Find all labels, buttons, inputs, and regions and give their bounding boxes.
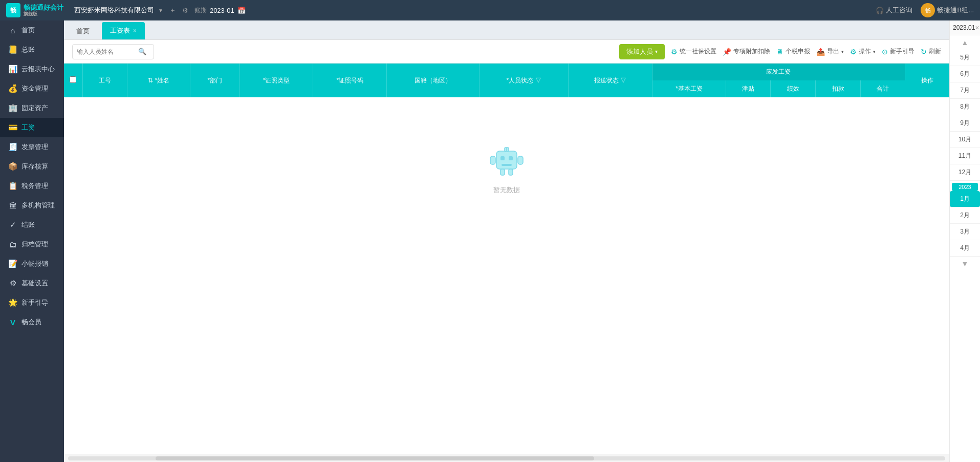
sidebar-item-guide[interactable]: 🌟 新手引导: [0, 293, 64, 312]
sidebar-item-ledger[interactable]: 📒 总账: [0, 40, 64, 59]
sidebar-item-expense[interactable]: 📝 小畅报销: [0, 254, 64, 274]
sidebar-item-archive[interactable]: 🗂 归档管理: [0, 235, 64, 254]
invoice-icon: 🧾: [8, 142, 17, 152]
sidebar-label-member: 畅会员: [21, 318, 41, 327]
sidebar-item-salary[interactable]: 💳 工资: [0, 118, 64, 137]
month-4[interactable]: 4月: [950, 240, 980, 257]
tab-salary-table[interactable]: 工资表 ×: [102, 22, 145, 39]
action-special-deduct[interactable]: 📌 专项附加扣除: [723, 47, 770, 56]
action-social-security[interactable]: ⚙ 统一社保设置: [671, 47, 716, 56]
month-5[interactable]: 5月: [950, 50, 980, 66]
action-tax-filing[interactable]: 🖥 个税申报: [776, 47, 810, 56]
month-10[interactable]: 10月: [950, 132, 980, 148]
horizontal-scrollbar[interactable]: [68, 456, 945, 460]
month-2[interactable]: 2月: [950, 207, 980, 224]
svg-rect-2: [509, 156, 513, 160]
calendar-icon[interactable]: 📅: [237, 7, 246, 14]
company-dropdown-arrow[interactable]: ▼: [158, 8, 163, 13]
search-wrapper[interactable]: 🔍: [72, 44, 154, 59]
th-id-no: *证照号码: [313, 64, 387, 97]
month-12[interactable]: 12月: [950, 164, 980, 181]
report-filter-icon[interactable]: ▽: [620, 77, 626, 84]
svg-rect-6: [490, 156, 495, 164]
month-7[interactable]: 7月: [950, 82, 980, 99]
tab-bar: 首页 工资表 ×: [64, 20, 949, 40]
month-nav-up[interactable]: ▲: [950, 35, 980, 50]
month-3[interactable]: 3月: [950, 224, 980, 240]
search-input[interactable]: [77, 48, 138, 55]
th-total: 合计: [860, 80, 905, 97]
th-deduction: 扣款: [816, 80, 861, 97]
add-person-dropdown-arrow: ▾: [655, 49, 658, 54]
sidebar-label-multi: 多机构管理: [21, 201, 55, 210]
header-actions: ＋ ⚙: [169, 6, 188, 15]
home-icon: ⌂: [8, 26, 17, 35]
th-status: *人员状态 ▽: [480, 64, 569, 97]
status-filter-icon[interactable]: ▽: [535, 77, 541, 84]
month-11[interactable]: 11月: [950, 148, 980, 164]
th-performance: 绩效: [771, 80, 816, 97]
assets-icon: 🏢: [8, 103, 17, 113]
guide-icon: 🌟: [8, 298, 17, 307]
top-header: 畅 畅德通好会计 旗舰版 西安虾米网络科技有限公司 ▼ ＋ ⚙ 账期 2023-…: [0, 0, 980, 20]
right-panel-close-btn[interactable]: ×: [975, 24, 979, 32]
month-9[interactable]: 9月: [950, 115, 980, 132]
tab-home[interactable]: 首页: [68, 23, 98, 39]
tab-close-btn[interactable]: ×: [133, 28, 137, 34]
headset-icon: 🎧: [876, 7, 884, 14]
scroll-bar-area[interactable]: [64, 454, 949, 462]
sidebar-label-archive: 归档管理: [21, 240, 48, 249]
salary-table: 工号 ⇅ *姓名 *部门 *证照类型 *证照号码 国籍（地区） *人员状态 ▽ …: [64, 64, 949, 236]
search-icon[interactable]: 🔍: [138, 48, 146, 55]
th-dept: *部门: [190, 64, 240, 97]
sidebar-label-expense: 小畅报销: [21, 259, 48, 268]
user-account[interactable]: 畅 畅捷通B组...: [921, 3, 974, 17]
new-guide-icon: ⊙: [882, 48, 888, 56]
sidebar-item-assets[interactable]: 🏢 固定资产: [0, 98, 64, 118]
sidebar-item-invoice[interactable]: 🧾 发票管理: [0, 137, 64, 157]
empty-row: 暂无数据: [64, 97, 949, 236]
select-all-checkbox[interactable]: [70, 76, 76, 83]
month-1[interactable]: 1月: [950, 191, 980, 207]
settings-icon[interactable]: ⚙: [182, 7, 188, 14]
right-panel-header: 2023.01 × ⤢: [950, 20, 980, 35]
month-6[interactable]: 6月: [950, 66, 980, 82]
table-wrapper: 工号 ⇅ *姓名 *部门 *证照类型 *证照号码 国籍（地区） *人员状态 ▽ …: [64, 64, 949, 454]
sidebar-label-invoice: 发票管理: [21, 142, 48, 152]
special-deduct-icon: 📌: [723, 48, 731, 56]
th-report-status: 报送状态 ▽: [568, 64, 652, 97]
close-period-icon: ✓: [8, 220, 17, 229]
action-export[interactable]: 📤 导出 ▾: [816, 47, 844, 56]
company-selector[interactable]: 西安虾米网络科技有限公司 ▼: [74, 6, 163, 15]
add-person-btn[interactable]: 添加人员 ▾: [619, 44, 665, 59]
sidebar-label-close: 结账: [21, 220, 35, 229]
sidebar-item-close[interactable]: ✓ 结账: [0, 215, 64, 235]
sidebar-label-guide: 新手引导: [21, 298, 48, 307]
month-nav-down[interactable]: ▼: [950, 257, 980, 271]
action-refresh[interactable]: ↻ 刷新: [921, 47, 941, 56]
th-country: 国籍（地区）: [387, 64, 480, 97]
action-operations[interactable]: ⚙ 操作 ▾: [850, 47, 876, 56]
sidebar-item-funds[interactable]: 💰 资金管理: [0, 79, 64, 98]
th-base-salary: *基本工资: [652, 80, 726, 97]
sidebar-item-settings[interactable]: ⚙ 基础设置: [0, 274, 64, 293]
svg-rect-3: [502, 164, 512, 166]
add-company-btn[interactable]: ＋: [169, 6, 176, 15]
operations-icon: ⚙: [850, 48, 857, 56]
empty-icon: [486, 138, 527, 179]
month-8[interactable]: 8月: [950, 99, 980, 115]
sidebar-item-inventory[interactable]: 📦 库存核算: [0, 157, 64, 176]
sidebar-item-multi[interactable]: 🏛 多机构管理: [0, 196, 64, 215]
company-name: 西安虾米网络科技有限公司: [74, 6, 154, 15]
sidebar-item-member[interactable]: V 畅会员: [0, 312, 64, 332]
action-new-guide[interactable]: ⊙ 新手引导: [882, 47, 914, 56]
sidebar-item-report[interactable]: 📊 云报表中心: [0, 59, 64, 79]
operations-dropdown-arrow: ▾: [873, 49, 876, 54]
sidebar-item-tax[interactable]: 📋 税务管理: [0, 176, 64, 196]
scrollbar-thumb[interactable]: [156, 456, 594, 460]
sidebar: ⌂ 首页 📒 总账 📊 云报表中心 💰 资金管理 🏢 固定资产 💳 工资 🧾 发…: [0, 20, 64, 462]
empty-state: 暂无数据: [64, 97, 949, 236]
sidebar-item-home[interactable]: ⌂ 首页: [0, 20, 64, 40]
customer-service-btn[interactable]: 🎧 人工咨询: [876, 6, 912, 15]
sidebar-label-inventory: 库存核算: [21, 162, 48, 171]
